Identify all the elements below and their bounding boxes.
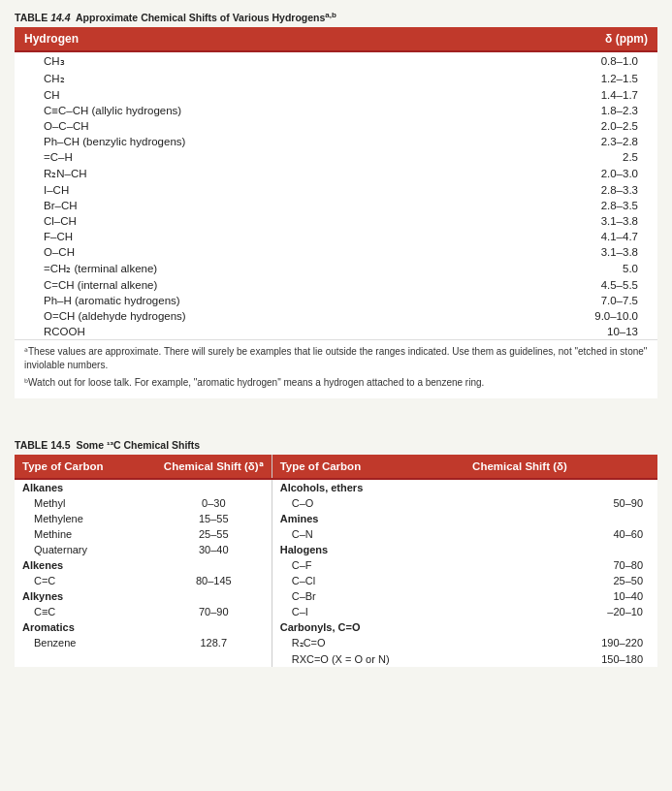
table55-col1-header: Type of Carbon: [15, 455, 156, 479]
table55-type2: Halogens: [272, 542, 464, 557]
table55-col2-header: Chemical Shift (δ)ᵃ: [156, 455, 272, 479]
table55-type1: C≡C: [15, 604, 156, 619]
table44-label-text: TABLE 14.4 Approximate Chemical Shifts o…: [15, 12, 336, 23]
table44-compound: RCOOH: [15, 324, 441, 339]
table55-shift2: 70–80: [464, 557, 657, 573]
table55-col4-header: Chemical Shift (δ): [464, 455, 657, 479]
table44-compound: Ph–CH (benzylic hydrogens): [15, 134, 441, 149]
table44-compound: =CH₂ (terminal alkene): [15, 260, 441, 277]
table44-footnotes: ᵃThese values are approximate. There wil…: [15, 339, 657, 398]
table55-type1: Alkenes: [15, 557, 156, 573]
table55-shift2: 50–90: [464, 495, 657, 511]
table44-shift: 2.8–3.5: [441, 198, 657, 213]
table44-compound: C=CH (internal alkene): [15, 277, 441, 293]
table55-type1: Alkanes: [15, 479, 156, 495]
table44-shift: 4.1–4.7: [441, 229, 657, 244]
table55-col3-header: Type of Carbon: [272, 455, 464, 479]
table44-shift: 3.1–3.8: [441, 213, 657, 229]
table44-shift: 7.0–7.5: [441, 293, 657, 308]
table44-compound: Ph–H (aromatic hydrogens): [15, 293, 441, 308]
table55-type2: C–F: [272, 557, 464, 573]
table55-shift1: 25–55: [156, 526, 272, 542]
table44-shift: 3.1–3.8: [441, 244, 657, 260]
table55-shift1: [156, 479, 272, 495]
table55-type2: Carbonyls, C=O: [272, 619, 464, 635]
table55-type2: C–N: [272, 526, 464, 542]
table55-type1: Methyl: [15, 495, 156, 511]
table44-compound: O–CH: [15, 244, 441, 260]
table55-wrapper: Type of Carbon Chemical Shift (δ)ᵃ Type …: [15, 455, 657, 667]
table55-shift2: –20–10: [464, 604, 657, 619]
table44-compound: O–C–CH: [15, 118, 441, 134]
table55-type1: Aromatics: [15, 619, 156, 635]
table44-shift: 2.0–3.0: [441, 165, 657, 182]
table44-shift: 0.8–1.0: [441, 51, 657, 70]
table44-compound: CH: [15, 87, 441, 103]
table44-col2-header: δ (ppm): [441, 27, 657, 51]
table55-shift1: 80–145: [156, 573, 272, 588]
table44-shift: 2.8–3.3: [441, 182, 657, 198]
table44-shift: 9.0–10.0: [441, 308, 657, 324]
table55-shift2: 190–220: [464, 635, 657, 651]
table44-compound: CH₂: [15, 70, 441, 87]
table55-type2: C–Br: [272, 588, 464, 604]
table55-type2: RXC=O (X = O or N): [272, 651, 464, 667]
table44-shift: 4.5–5.5: [441, 277, 657, 293]
table44-shift: 2.5: [441, 149, 657, 165]
table44-shift: 10–13: [441, 324, 657, 339]
table44-compound: CH₃: [15, 51, 441, 70]
table44-compound: F–CH: [15, 229, 441, 244]
table55-shift2: [464, 479, 657, 495]
table55-shift1: [156, 651, 272, 667]
table55-shift1: [156, 619, 272, 635]
table55-shift2: 25–50: [464, 573, 657, 588]
table44-compound: =C–H: [15, 149, 441, 165]
table44-shift: 2.0–2.5: [441, 118, 657, 134]
table55-type1: [15, 651, 156, 667]
table44-shift: 1.8–2.3: [441, 103, 657, 118]
page: TABLE 14.4 Approximate Chemical Shifts o…: [0, 0, 672, 677]
table55-shift1: 30–40: [156, 542, 272, 557]
table55-shift1: 70–90: [156, 604, 272, 619]
table44-label: TABLE 14.4 Approximate Chemical Shifts o…: [15, 10, 657, 23]
table55-shift1: 128.7: [156, 635, 272, 651]
table55-type2: R₂C=O: [272, 635, 464, 651]
footnote-a: ᵃThese values are approximate. There wil…: [24, 345, 648, 372]
footnote-b: ᵇWatch out for loose talk. For example, …: [24, 376, 648, 390]
table44-col1-header: Hydrogen: [15, 27, 441, 51]
table44-shift: 2.3–2.8: [441, 134, 657, 149]
table55-shift1: 15–55: [156, 511, 272, 526]
table55-shift2: 10–40: [464, 588, 657, 604]
table55-type1: Alkynes: [15, 588, 156, 604]
table55-type2: Amines: [272, 511, 464, 526]
table44-compound: Cl–CH: [15, 213, 441, 229]
table44-shift: 5.0: [441, 260, 657, 277]
table55-type1: Methine: [15, 526, 156, 542]
table55-type2: C–Cl: [272, 573, 464, 588]
table55-shift1: [156, 557, 272, 573]
table55-shift1: 0–30: [156, 495, 272, 511]
table55-shift2: 150–180: [464, 651, 657, 667]
table55-shift2: [464, 619, 657, 635]
table44-compound: I–CH: [15, 182, 441, 198]
table44-compound: Br–CH: [15, 198, 441, 213]
table55-type2: C–I: [272, 604, 464, 619]
table55-shift2: 40–60: [464, 526, 657, 542]
table55-type1: Benzene: [15, 635, 156, 651]
spacer: [15, 406, 657, 435]
table44: Hydrogen δ (ppm) CH₃0.8–1.0CH₂1.2–1.5CH1…: [15, 27, 657, 339]
table44-shift: 1.4–1.7: [441, 87, 657, 103]
table44-compound: O=CH (aldehyde hydrogens): [15, 308, 441, 324]
table44-compound: C≡C–CH (allylic hydrogens): [15, 103, 441, 118]
table55-type1: C=C: [15, 573, 156, 588]
table44-compound: R₂N–CH: [15, 165, 441, 182]
table44-shift: 1.2–1.5: [441, 70, 657, 87]
table55-type1: Methylene: [15, 511, 156, 526]
table44-container: Hydrogen δ (ppm) CH₃0.8–1.0CH₂1.2–1.5CH1…: [15, 27, 657, 398]
table55-label-text: TABLE 14.5 Some ¹³C Chemical Shifts: [15, 439, 200, 451]
table55-shift1: [156, 588, 272, 604]
table55-type2: Alcohols, ethers: [272, 479, 464, 495]
table55: Type of Carbon Chemical Shift (δ)ᵃ Type …: [15, 455, 657, 667]
table55-type1: Quaternary: [15, 542, 156, 557]
table55-shift2: [464, 511, 657, 526]
